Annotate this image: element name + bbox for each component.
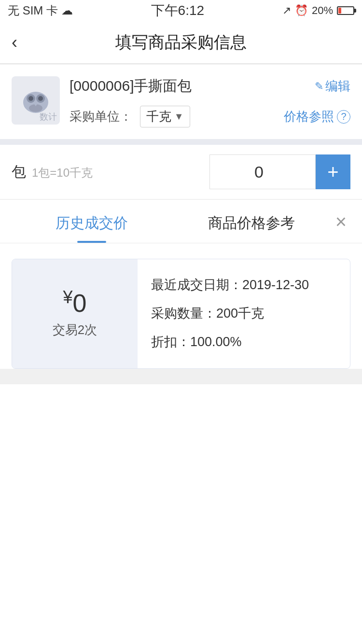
- status-left: 无 SIM 卡 ☁: [8, 3, 73, 18]
- battery-pct: 20%: [312, 4, 333, 17]
- location-icon: ↗: [282, 4, 291, 17]
- quantity-detail-label: 采购数量：: [151, 306, 216, 321]
- tab-history-price[interactable]: 历史成交价: [12, 200, 171, 243]
- alarm-icon: ⏰: [295, 4, 308, 17]
- svg-point-3: [28, 96, 33, 101]
- edit-button[interactable]: ✎ 编辑: [315, 78, 350, 95]
- price-summary: ¥0 交易2次: [12, 259, 138, 368]
- bottom-area: [0, 384, 362, 644]
- product-thumbnail: 数计: [12, 76, 60, 125]
- edit-label: 编辑: [325, 78, 350, 95]
- nav-bar: ‹ 填写商品采购信息: [0, 21, 362, 64]
- quantity-input[interactable]: [209, 154, 316, 189]
- product-info: [0000006]手撕面包 ✎ 编辑 采购单位： 千克 ▼ 价格参照 ?: [70, 76, 350, 127]
- panel-container: 历史成交价 商品价格参考 × ¥0 交易2次 最近成交日期：2019-12-30…: [0, 200, 362, 369]
- page-title: 填写商品采购信息: [115, 31, 247, 54]
- panel-tabs: 历史成交价 商品价格参考 ×: [0, 200, 362, 243]
- section-divider: [0, 139, 362, 145]
- tab-price-reference[interactable]: 商品价格参考: [171, 200, 331, 243]
- quantity-unit: 包: [12, 162, 26, 182]
- product-card: 数计 [0000006]手撕面包 ✎ 编辑 采购单位： 千克 ▼ 价格参照 ?: [0, 65, 362, 139]
- recent-date-value: 2019-12-30: [242, 278, 309, 292]
- trade-count: 交易2次: [53, 322, 97, 338]
- svg-point-4: [38, 96, 43, 101]
- back-button[interactable]: ‹: [12, 32, 17, 53]
- product-logo-sub: 数计: [40, 111, 57, 123]
- unit-dropdown-icon: ▼: [174, 111, 184, 122]
- discount-label: 折扣：: [151, 335, 190, 349]
- help-icon: ?: [337, 110, 350, 124]
- price-ref-button[interactable]: 价格参照 ?: [284, 108, 350, 125]
- status-right: ↗ ⏰ 20%: [282, 4, 354, 17]
- price-card: ¥0 交易2次 最近成交日期：2019-12-30 采购数量：200千克 折扣：…: [12, 259, 350, 369]
- panel-close-button[interactable]: ×: [332, 212, 350, 231]
- price-ref-label: 价格参照: [284, 108, 334, 125]
- recent-date-row: 最近成交日期：2019-12-30: [151, 275, 336, 295]
- discount-value: 100.00%: [190, 335, 242, 349]
- currency-symbol: ¥: [63, 287, 73, 307]
- unit-label: 采购单位：: [70, 109, 132, 124]
- unit-value: 千克: [146, 108, 171, 125]
- quantity-input-group: +: [209, 154, 350, 189]
- price-details: 最近成交日期：2019-12-30 采购数量：200千克 折扣：100.00%: [138, 259, 350, 368]
- price-display: ¥0: [63, 289, 87, 316]
- battery-icon: [337, 6, 354, 15]
- quantity-plus-button[interactable]: +: [316, 154, 350, 189]
- edit-icon: ✎: [315, 80, 323, 93]
- status-bar: 无 SIM 卡 ☁ 下午6:12 ↗ ⏰ 20%: [0, 0, 362, 21]
- unit-selector[interactable]: 千克 ▼: [140, 106, 190, 127]
- discount-row: 折扣：100.00%: [151, 332, 336, 352]
- quantity-row: 包 1包=10千克 +: [0, 145, 362, 199]
- quantity-detail-value: 200千克: [216, 306, 264, 321]
- quantity-hint: 1包=10千克: [32, 165, 93, 181]
- price-amount: 0: [73, 289, 87, 317]
- product-name: [0000006]手撕面包: [70, 76, 192, 96]
- recent-date-label: 最近成交日期：: [151, 278, 242, 292]
- no-sim-text: 无 SIM 卡 ☁: [8, 3, 73, 18]
- quantity-label-group: 包 1包=10千克: [12, 162, 93, 182]
- quantity-row-detail: 采购数量：200千克: [151, 303, 336, 324]
- status-time: 下午6:12: [151, 1, 205, 20]
